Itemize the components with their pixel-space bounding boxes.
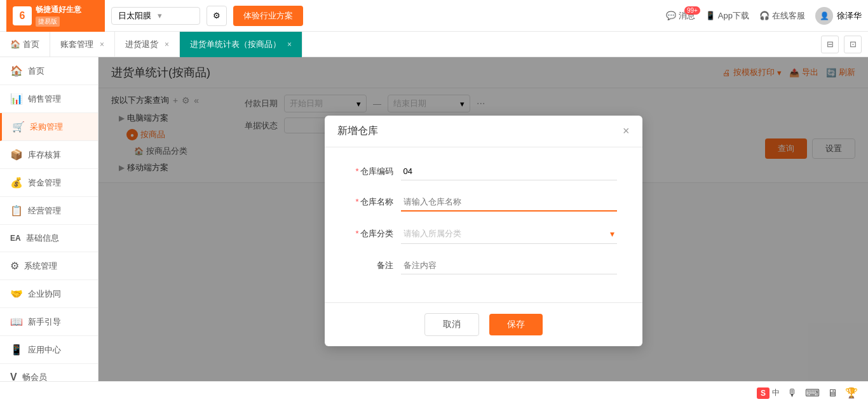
- microphone-icon[interactable]: 🎙: [787, 387, 797, 399]
- main-layout: 🏠 首页 📊 销售管理 🛒 采购管理 📦 库存核算 💰 资金管理 📋 经营管理 …: [0, 57, 868, 404]
- sidebar-item-home[interactable]: 🏠 首页: [0, 57, 98, 85]
- system-icon: ⚙: [10, 260, 19, 272]
- code-label: *仓库编码: [350, 166, 401, 177]
- sales-icon: 📊: [10, 93, 23, 105]
- form-row-name: *仓库名称: [350, 193, 617, 212]
- restore-icon: ⊟: [827, 39, 834, 49]
- sogou-icon-area: S 中: [757, 387, 780, 399]
- chevron-down-icon: ▾: [158, 11, 193, 20]
- tab-close-accounts[interactable]: ×: [100, 40, 104, 49]
- user-icon: 👤: [820, 11, 829, 20]
- maximize-icon: ⊡: [850, 39, 857, 49]
- message-icon: 💬: [666, 11, 676, 20]
- purchase-icon: 🛒: [12, 121, 25, 133]
- tab-maximize-button[interactable]: ⊡: [844, 36, 862, 53]
- headset-icon: 🎧: [759, 11, 770, 20]
- form-row-note: 备注: [350, 257, 617, 274]
- tab-purchase-return[interactable]: 进货退货 ×: [115, 32, 180, 57]
- tab-bar: 🏠 首页 账套管理 × 进货退货 × 进货单统计表（按商品） × ⊟ ⊡: [0, 32, 868, 57]
- sidebar-item-purchase[interactable]: 🛒 采购管理: [0, 113, 98, 141]
- sidebar: 🏠 首页 📊 销售管理 🛒 采购管理 📦 库存核算 💰 资金管理 📋 经营管理 …: [0, 57, 98, 404]
- tab-purchase-stats[interactable]: 进货单统计表（按商品） ×: [180, 32, 302, 57]
- tab-right-actions: ⊟ ⊡: [821, 36, 868, 53]
- user-avatar-area[interactable]: 👤 徐泽华: [815, 7, 862, 25]
- settings-button[interactable]: ⚙: [207, 6, 227, 26]
- content-area: 进货单统计(按商品) 🖨 按模板打印 ▾ 📤 导出 🔄 刷新: [98, 57, 868, 404]
- sidebar-item-finance[interactable]: 💰 资金管理: [0, 169, 98, 197]
- trophy-icon[interactable]: 🏆: [845, 387, 858, 399]
- logo-icon: 6: [13, 6, 32, 25]
- add-warehouse-modal: 新增仓库 × *仓库编码 *仓库名称: [325, 116, 642, 346]
- modal-close-button[interactable]: ×: [623, 125, 630, 138]
- name-label: *仓库名称: [350, 196, 401, 208]
- modal-header: 新增仓库 ×: [325, 116, 642, 147]
- tab-accounts[interactable]: 账套管理 ×: [50, 32, 115, 57]
- sidebar-item-sales[interactable]: 📊 销售管理: [0, 85, 98, 113]
- tab-close-purchase-return[interactable]: ×: [165, 40, 169, 49]
- bottom-status-bar: S 中 🎙 ⌨ 🖥 🏆: [0, 381, 868, 404]
- sidebar-item-guide[interactable]: 📖 新手引导: [0, 308, 98, 336]
- tab-restore-button[interactable]: ⊟: [821, 36, 839, 53]
- basic-info-icon: EA: [10, 234, 21, 243]
- form-row-code: *仓库编码: [350, 163, 617, 180]
- header-right: 💬 消息 99+ 📱 App下载 🎧 在线客服 👤 徐泽华: [666, 7, 862, 25]
- tab-home[interactable]: 🏠 首页: [0, 32, 50, 57]
- sidebar-item-operation[interactable]: 📋 经营管理: [0, 197, 98, 225]
- monitor-icon[interactable]: 🖥: [827, 387, 837, 399]
- note-label: 备注: [350, 260, 401, 271]
- save-button[interactable]: 保存: [489, 314, 543, 335]
- cancel-button[interactable]: 取消: [424, 313, 479, 336]
- phone-icon: 📱: [705, 11, 715, 20]
- category-label: *仓库分类: [350, 228, 401, 239]
- category-chevron-icon: ▾: [610, 229, 614, 239]
- store-selector[interactable]: 日太阳膜 ▾: [111, 7, 200, 25]
- form-row-category: *仓库分类 请输入所属分类 ▾: [350, 224, 617, 244]
- modal-body: *仓库编码 *仓库名称 *仓库分类: [325, 147, 642, 302]
- modal-footer: 取消 保存: [325, 302, 642, 346]
- category-select[interactable]: 请输入所属分类 ▾: [401, 224, 617, 244]
- sogou-icon: S: [757, 387, 770, 399]
- sidebar-item-inventory[interactable]: 📦 库存核算: [0, 141, 98, 169]
- enterprise-icon: 🤝: [10, 288, 23, 300]
- logo-text: 畅捷通好生意 捷易版: [36, 4, 81, 27]
- modal-overlay: 新增仓库 × *仓库编码 *仓库名称: [98, 57, 868, 404]
- sidebar-item-apps[interactable]: 📱 应用中心: [0, 336, 98, 364]
- finance-icon: 💰: [10, 177, 23, 189]
- name-input[interactable]: [401, 193, 617, 212]
- home-icon: 🏠: [10, 65, 23, 77]
- sidebar-item-basic-info[interactable]: EA 基础信息: [0, 225, 98, 252]
- operation-icon: 📋: [10, 205, 23, 217]
- sidebar-item-system[interactable]: ⚙ 系统管理: [0, 252, 98, 280]
- code-input[interactable]: [401, 163, 617, 180]
- experience-button[interactable]: 体验行业方案: [233, 6, 303, 26]
- inventory-icon: 📦: [10, 149, 23, 161]
- logo-area: 6 畅捷通好生意 捷易版: [6, 0, 105, 32]
- top-header: 6 畅捷通好生意 捷易版 日太阳膜 ▾ ⚙ 体验行业方案 💬 消息 99+ 📱 …: [0, 0, 868, 32]
- guide-icon: 📖: [10, 316, 23, 328]
- apps-icon: 📱: [10, 344, 23, 356]
- avatar: 👤: [815, 7, 833, 25]
- note-input[interactable]: [401, 257, 617, 274]
- tab-close-purchase-stats[interactable]: ×: [287, 40, 292, 49]
- home-icon: 🏠: [10, 39, 20, 49]
- sidebar-item-enterprise[interactable]: 🤝 企业协同: [0, 280, 98, 308]
- message-button[interactable]: 💬 消息 99+: [666, 10, 695, 22]
- modal-title: 新增仓库: [337, 125, 378, 138]
- gear-icon: ⚙: [213, 11, 220, 20]
- online-service-button[interactable]: 🎧 在线客服: [759, 10, 805, 22]
- keyboard-icon[interactable]: ⌨: [805, 387, 820, 399]
- app-download-button[interactable]: 📱 App下载: [705, 10, 749, 22]
